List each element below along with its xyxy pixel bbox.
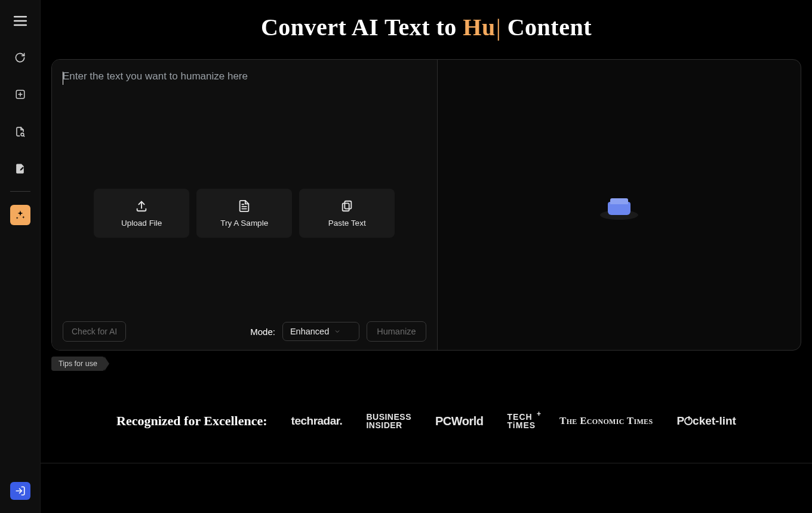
empty-state-icon bbox=[598, 190, 640, 220]
menu-toggle[interactable] bbox=[10, 11, 30, 31]
sidebar-item-humanize-active[interactable] bbox=[10, 205, 30, 225]
add-icon bbox=[15, 89, 26, 100]
hamburger-icon bbox=[14, 16, 27, 26]
logo-business-insider: BUSINESS INSIDER bbox=[366, 413, 411, 429]
sidebar-item-add[interactable] bbox=[11, 85, 30, 104]
logo-pl-p: P bbox=[676, 414, 684, 427]
logo-economic-times: The Economic Times bbox=[559, 415, 653, 427]
login-button[interactable] bbox=[10, 482, 30, 500]
logo-pcworld: PCWorld bbox=[435, 414, 484, 428]
upload-icon bbox=[135, 199, 148, 213]
mode-select[interactable]: Enhanced bbox=[282, 322, 359, 341]
upload-label: Upload File bbox=[121, 219, 162, 228]
text-input[interactable]: Enter the text you want to humanize here… bbox=[63, 70, 426, 314]
try-sample-button[interactable]: Try A Sample bbox=[196, 189, 292, 238]
search-doc-icon bbox=[14, 126, 26, 137]
logos-section: Recognized for Excellence: techradar. BU… bbox=[41, 413, 812, 429]
svg-rect-13 bbox=[345, 201, 352, 208]
mode-value: Enhanced bbox=[290, 327, 329, 336]
tips-label: Tips for use bbox=[59, 360, 97, 368]
footer-divider bbox=[41, 463, 812, 463]
sample-label: Try A Sample bbox=[220, 219, 268, 228]
logo-tt-line2: TiMES bbox=[508, 420, 536, 430]
logo-techradar: techradar. bbox=[291, 414, 343, 428]
refresh-icon bbox=[14, 52, 26, 63]
paste-icon bbox=[340, 199, 353, 213]
recognized-label: Recognized for Excellence: bbox=[116, 413, 267, 429]
sidebar-item-search-doc[interactable] bbox=[11, 122, 30, 141]
main-content: Convert AI Text to Hu| Content Enter the… bbox=[41, 0, 812, 513]
output-panel bbox=[438, 60, 801, 350]
editor-panel: Enter the text you want to humanize here… bbox=[51, 59, 801, 351]
upload-file-button[interactable]: Upload File bbox=[94, 189, 189, 238]
svg-rect-14 bbox=[343, 203, 349, 211]
paste-text-button[interactable]: Paste Text bbox=[299, 189, 395, 238]
input-panel: Enter the text you want to humanize here… bbox=[52, 60, 438, 350]
logo-bi-line2: INSIDER bbox=[366, 420, 402, 430]
input-placeholder: Enter the text you want to humanize here bbox=[63, 70, 248, 82]
sidebar-item-edit-doc[interactable] bbox=[11, 159, 30, 178]
paste-label: Paste Text bbox=[328, 219, 366, 228]
logo-techtimes: TECH+ TiMES bbox=[508, 413, 536, 429]
edit-doc-icon bbox=[14, 163, 26, 174]
sidebar-divider bbox=[10, 191, 30, 192]
title-caret: | bbox=[496, 14, 502, 41]
chevron-down-icon bbox=[334, 328, 341, 335]
sidebar-item-refresh[interactable] bbox=[11, 48, 30, 67]
mode-label: Mode: bbox=[250, 327, 275, 337]
file-text-icon bbox=[238, 199, 251, 213]
svg-line-7 bbox=[23, 135, 24, 136]
sparkle-icon bbox=[15, 210, 26, 220]
login-icon bbox=[15, 486, 26, 496]
power-icon bbox=[684, 417, 693, 425]
logo-pl-rest: cket-lint bbox=[693, 414, 736, 427]
sidebar bbox=[0, 0, 41, 513]
check-ai-button[interactable]: Check for AI bbox=[63, 321, 126, 342]
humanize-button[interactable]: Humanize bbox=[367, 321, 426, 342]
logo-pocketlint: Pcket-lint bbox=[676, 414, 736, 428]
page-title: Convert AI Text to Hu| Content bbox=[41, 13, 812, 41]
title-suffix: Content bbox=[501, 14, 592, 41]
title-accent: Hu bbox=[463, 14, 495, 41]
title-prefix: Convert AI Text to bbox=[261, 14, 463, 41]
tips-tag[interactable]: Tips for use bbox=[51, 357, 104, 371]
